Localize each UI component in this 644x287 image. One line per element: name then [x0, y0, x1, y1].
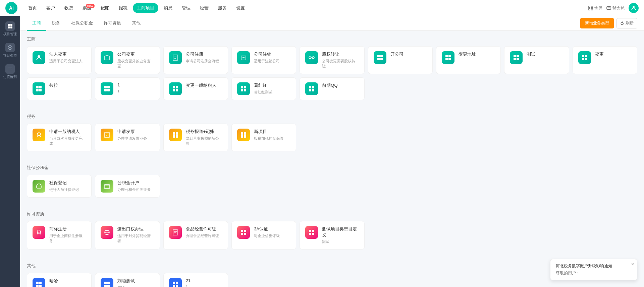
card-1[interactable]: 1 1	[95, 77, 160, 100]
card-liucong-test[interactable]: 刘聪测试 测试	[95, 273, 160, 287]
svg-rect-26	[380, 55, 383, 57]
card-icon-liucong	[101, 278, 113, 287]
card-gongsi-biangeng[interactable]: 公司变更 股权变更外的业务变更	[95, 46, 160, 74]
tab-qita[interactable]: 其他	[126, 16, 146, 31]
card-icon-social	[33, 180, 45, 193]
card-biangeng-dizhi[interactable]: 变更地址	[436, 46, 501, 74]
card-icon-food	[169, 226, 182, 239]
sidebar: 项目管理 项目类型 进度监测	[0, 16, 20, 287]
cards-grid-gongshang: 法人变更 适用于公司变更法人 公司变更 股权变更外的业务变更	[27, 46, 637, 100]
card-gehonghong[interactable]: 葛红红 葛红红测试	[231, 77, 296, 100]
card-icon-nashi	[169, 82, 182, 95]
project-type-icon	[5, 43, 15, 52]
svg-rect-84	[309, 230, 311, 232]
svg-rect-56	[244, 89, 246, 91]
card-gongsi-zhuxiao[interactable]: 公司注销 适用于注销公司	[231, 46, 296, 74]
nav-business[interactable]: 工商项目	[133, 3, 158, 13]
progress-icon	[5, 64, 15, 74]
nav-customer[interactable]: 客户	[42, 3, 59, 13]
card-icon-qq	[305, 82, 318, 95]
svg-rect-53	[241, 86, 243, 88]
card-food-license[interactable]: 食品经营许可证 办理食品经营许可证	[163, 221, 228, 249]
svg-rect-20	[241, 56, 246, 60]
svg-rect-71	[241, 135, 243, 138]
card-3a-cert[interactable]: 3A认证 对企业信誉评级	[231, 221, 296, 249]
card-faren-biangeng[interactable]: 法人变更 适用于公司变更法人	[27, 46, 92, 74]
svg-rect-14	[8, 70, 12, 70]
sidebar-item-project-type[interactable]: 项目类型	[0, 40, 20, 60]
sidebar-item-project-manage[interactable]: 项目管理	[0, 19, 20, 39]
card-icon-import	[101, 226, 113, 239]
vip-icon	[606, 6, 611, 10]
tab-gongshang[interactable]: 工商	[27, 16, 46, 31]
svg-rect-9	[8, 26, 10, 28]
nav-operation[interactable]: 经营	[196, 3, 213, 13]
card-ceshi[interactable]: 测试	[504, 46, 569, 74]
nav-charge[interactable]: 收费	[60, 3, 77, 13]
nav-service[interactable]: 服务	[214, 3, 231, 13]
nav-home[interactable]: 首页	[24, 3, 41, 13]
card-apply-general[interactable]: 申请一般纳税人 当月或次月成变更完成	[27, 124, 92, 151]
card-kai-gongsi[interactable]: 开公司	[368, 46, 433, 74]
card-qianqi-qq[interactable]: 前期QQ	[300, 77, 364, 100]
svg-rect-91	[39, 285, 42, 287]
svg-rect-1	[591, 6, 593, 7]
svg-rect-37	[582, 55, 584, 57]
svg-rect-73	[104, 185, 110, 189]
nav-right: 全屏 畅会员	[588, 3, 639, 13]
card-icon-tax-plus	[169, 129, 182, 141]
tab-shuiwu[interactable]: 税务	[46, 16, 66, 31]
card-icon-trademark	[33, 226, 45, 239]
notif-content: 尊敬的用户：	[556, 270, 632, 276]
card-shebao-dengji[interactable]: 社保登记 进行人员社保登记	[27, 175, 92, 198]
nav-tax[interactable]: 报税	[115, 3, 131, 13]
new-type-button[interactable]: 新增业务类型	[580, 18, 614, 28]
fullscreen-icon	[588, 6, 593, 10]
avatar[interactable]	[629, 3, 639, 13]
card-gongjijin-kaihu[interactable]: 公积金开户 办理公积金相关业务	[95, 175, 160, 198]
tab-shebao[interactable]: 社保公积金	[66, 16, 98, 31]
card-21[interactable]: 21 1	[163, 273, 228, 287]
nav-manage[interactable]: 管理	[178, 3, 195, 13]
card-apply-invoice[interactable]: 申请发票 办理申请发票业务	[95, 124, 160, 151]
vip-btn[interactable]: 畅会员	[606, 5, 625, 11]
nav-bill[interactable]: 票据 new	[78, 3, 95, 13]
svg-rect-77	[173, 230, 178, 235]
nav-message[interactable]: 消息	[160, 3, 176, 13]
nav-bookkeeping[interactable]: 记账	[97, 3, 113, 13]
nav-settings[interactable]: 设置	[232, 3, 249, 13]
svg-rect-67	[173, 135, 175, 138]
card-biangeng2[interactable]: 变更	[573, 46, 637, 74]
fullscreen-btn[interactable]: 全屏	[588, 5, 602, 11]
sidebar-item-progress[interactable]: 进度监测	[0, 62, 20, 82]
svg-rect-4	[607, 6, 611, 9]
svg-rect-3	[591, 8, 593, 10]
card-tax-plus[interactable]: 税务报道+记账 拿到营业执照的新公司	[163, 124, 228, 151]
svg-rect-42	[39, 86, 42, 88]
card-gongsi-zhuce[interactable]: 公司注册 申请公司注册全流程	[163, 46, 228, 74]
card-new-project[interactable]: 新项目 报税加税控盘保管	[231, 124, 296, 151]
svg-rect-36	[517, 58, 519, 60]
svg-rect-90	[36, 285, 39, 287]
card-haha[interactable]: 哈哈	[27, 273, 92, 287]
card-guquan-zhuanrang[interactable]: 股权转让 公司变更需要股权转让	[300, 46, 364, 74]
svg-rect-0	[589, 6, 590, 7]
card-icon-address	[442, 51, 454, 64]
card-test-type-def[interactable]: 测试项目类型目定义 测试	[300, 221, 364, 249]
card-biangeng-納稅[interactable]: 变更一般纳税人	[163, 77, 228, 100]
svg-rect-39	[582, 58, 584, 60]
notif-close[interactable]: ✕	[631, 262, 634, 267]
svg-rect-60	[312, 89, 314, 91]
refresh-button[interactable]: 刷新	[616, 18, 637, 28]
card-trademark[interactable]: 商标注册 用于企业商标注册服务	[27, 221, 92, 249]
card-lala[interactable]: 拉拉	[27, 77, 92, 100]
card-icon-register	[169, 51, 182, 64]
svg-rect-43	[36, 89, 39, 91]
svg-rect-35	[514, 58, 516, 60]
svg-rect-85	[312, 230, 314, 232]
svg-point-23	[312, 57, 314, 59]
main-layout: 项目管理 项目类型 进度监测 工商 税务 社保公积金 许可资质 其他 新增业务类…	[0, 16, 644, 287]
tab-xuke[interactable]: 许可资质	[98, 16, 126, 31]
card-import-export[interactable]: 进出口权办理 适用于对外贸易经营者	[95, 221, 160, 249]
svg-rect-65	[173, 132, 175, 135]
